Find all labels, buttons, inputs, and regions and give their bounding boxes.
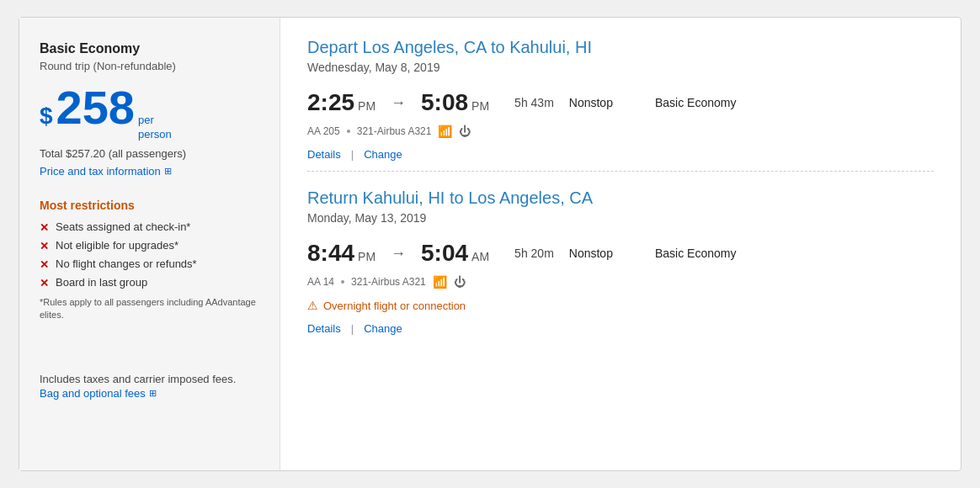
total-price: Total $257.20 (all passengers) bbox=[40, 147, 259, 160]
external-icon: ⊞ bbox=[164, 166, 172, 177]
x-icon: ✕ bbox=[40, 258, 49, 271]
depart-details-link[interactable]: Details bbox=[307, 148, 341, 161]
trip-type: Round trip (Non-refundable) bbox=[40, 60, 259, 72]
depart-aircraft: 321-Airbus A321 bbox=[357, 125, 432, 137]
return-action-row: Details | Change bbox=[307, 322, 934, 335]
arrive-ampm: PM bbox=[471, 99, 489, 113]
restrictions-header: Most restrictions bbox=[40, 199, 259, 212]
return-change-link[interactable]: Change bbox=[364, 322, 402, 335]
right-panel: Depart Los Angeles, CA to Kahului, HI We… bbox=[280, 18, 961, 470]
per-person: per person bbox=[138, 114, 180, 142]
depart-fare-label: Basic Economy bbox=[655, 96, 736, 109]
arrive-time-value: 5:08 bbox=[421, 89, 468, 116]
return-arrive-time-value: 5:04 bbox=[421, 240, 468, 267]
left-panel: Basic Economy Round trip (Non-refundable… bbox=[19, 18, 280, 470]
depart-duration: 5h 43m bbox=[514, 96, 554, 109]
depart-ampm: PM bbox=[358, 99, 375, 113]
list-item: ✕ No flight changes or refunds* bbox=[40, 257, 259, 271]
arrow-icon: → bbox=[391, 94, 406, 112]
rules-note: *Rules apply to all passengers including… bbox=[40, 296, 259, 322]
x-icon: ✕ bbox=[40, 221, 49, 234]
depart-nonstop: Nonstop bbox=[569, 96, 613, 109]
fare-type: Basic Economy bbox=[40, 41, 259, 56]
return-wifi-icon: 📶 bbox=[433, 275, 447, 289]
return-route-title: Return Kahului, HI to Los Angeles, CA bbox=[307, 188, 934, 208]
x-icon: ✕ bbox=[40, 277, 49, 289]
return-arrive-ampm: AM bbox=[471, 250, 489, 263]
bags-link[interactable]: Bag and optional fees ⊞ bbox=[40, 387, 157, 400]
depart-flight-section: Depart Los Angeles, CA to Kahului, HI We… bbox=[307, 38, 934, 161]
return-times-row: 8:44 PM → 5:04 AM 5h 20m Nonstop Basic E… bbox=[307, 240, 934, 267]
return-info-row: AA 14 321-Airbus A321 📶 ⏻ bbox=[307, 275, 934, 289]
return-details-link[interactable]: Details bbox=[307, 322, 341, 335]
restriction-list: ✕ Seats assigned at check-in* ✕ Not elig… bbox=[40, 220, 259, 289]
price-tax-link[interactable]: Price and tax information ⊞ bbox=[40, 165, 172, 178]
depart-flight-number: AA 205 bbox=[307, 125, 340, 137]
depart-route-title: Depart Los Angeles, CA to Kahului, HI bbox=[307, 38, 934, 57]
dollar-sign: $ bbox=[40, 104, 53, 128]
external-icon-2: ⊞ bbox=[149, 388, 157, 399]
bottom-note: Includes taxes and carrier imposed fees. bbox=[40, 356, 259, 385]
return-depart-ampm: PM bbox=[358, 250, 375, 263]
depart-date: Wednesday, May 8, 2019 bbox=[307, 61, 934, 74]
depart-time: 2:25 PM bbox=[307, 89, 375, 116]
return-arrow-icon: → bbox=[391, 245, 406, 263]
arrive-time: 5:08 PM bbox=[421, 89, 489, 116]
overnight-warning: ⚠ Overnight flight or connection bbox=[307, 299, 934, 312]
return-date: Monday, May 13, 2019 bbox=[307, 211, 934, 225]
list-item: ✕ Not eligible for upgrades* bbox=[40, 239, 259, 252]
list-item: ✕ Board in last group bbox=[40, 276, 259, 289]
depart-action-row: Details | Change bbox=[307, 148, 934, 161]
depart-info-row: AA 205 321-Airbus A321 📶 ⏻ bbox=[307, 125, 934, 138]
power-icon: ⏻ bbox=[459, 125, 471, 138]
return-flight-section: Return Kahului, HI to Los Angeles, CA Mo… bbox=[307, 171, 934, 335]
return-depart-time: 8:44 PM bbox=[307, 240, 375, 267]
price-amount: 258 bbox=[56, 84, 135, 131]
dot-separator bbox=[347, 130, 350, 133]
depart-change-link[interactable]: Change bbox=[364, 148, 402, 161]
left-bottom: Includes taxes and carrier imposed fees.… bbox=[40, 356, 259, 400]
depart-times-row: 2:25 PM → 5:08 PM 5h 43m Nonstop Basic E… bbox=[307, 89, 934, 116]
return-power-icon: ⏻ bbox=[454, 275, 466, 289]
return-nonstop: Nonstop bbox=[569, 247, 613, 260]
depart-time-value: 2:25 bbox=[307, 89, 354, 116]
return-depart-time-value: 8:44 bbox=[307, 240, 354, 267]
return-arrive-time: 5:04 AM bbox=[421, 240, 489, 267]
dot-separator-2 bbox=[341, 280, 344, 284]
return-duration: 5h 20m bbox=[514, 247, 554, 260]
wifi-icon: 📶 bbox=[438, 125, 452, 138]
pipe-separator: | bbox=[351, 148, 354, 161]
booking-card: Basic Economy Round trip (Non-refundable… bbox=[19, 17, 961, 471]
pipe-separator-2: | bbox=[351, 322, 354, 335]
return-flight-number: AA 14 bbox=[307, 276, 334, 288]
x-icon: ✕ bbox=[40, 240, 49, 252]
return-fare-label: Basic Economy bbox=[655, 247, 736, 260]
return-aircraft: 321-Airbus A321 bbox=[351, 276, 426, 288]
price-row: $ 258 per person bbox=[40, 84, 259, 142]
list-item: ✕ Seats assigned at check-in* bbox=[40, 220, 259, 234]
warning-icon: ⚠ bbox=[307, 299, 318, 312]
